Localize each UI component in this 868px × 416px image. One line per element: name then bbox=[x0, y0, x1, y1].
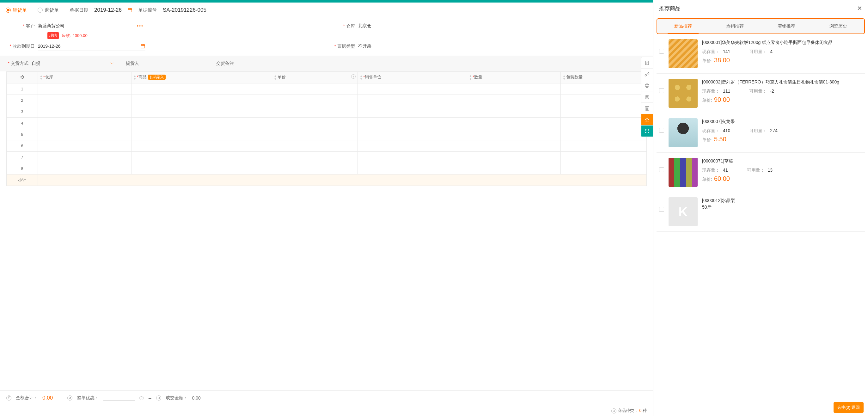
total-value: 0.00 bbox=[42, 395, 53, 401]
item-checkbox[interactable] bbox=[659, 207, 664, 212]
settle-badge: 现结 bbox=[48, 32, 59, 39]
table-row[interactable]: 5 bbox=[7, 129, 647, 140]
star-tool[interactable] bbox=[641, 114, 653, 126]
recommend-item[interactable]: [0000001]华美华夫软饼1200g 糕点零食小吃手撕面包早餐休闲食品 现存… bbox=[656, 34, 865, 74]
discount-input[interactable] bbox=[103, 395, 135, 401]
docno-label: 单据编号 bbox=[138, 7, 157, 13]
item-checkbox[interactable] bbox=[659, 128, 664, 133]
table-row[interactable]: 3 bbox=[7, 106, 647, 118]
sales-radio-label: 销货单 bbox=[13, 7, 27, 13]
expand-tool[interactable] bbox=[641, 126, 653, 137]
item-thumb bbox=[669, 39, 698, 68]
chevron-down-icon: ﹀ bbox=[110, 61, 114, 66]
paydate-input[interactable]: 2019-12-26 bbox=[38, 42, 146, 51]
item-thumb: K bbox=[669, 197, 698, 226]
help-icon[interactable]: ? bbox=[351, 74, 355, 79]
radio-icon bbox=[6, 8, 11, 13]
invoice-select[interactable]: 不开票 bbox=[358, 41, 466, 51]
table-row[interactable]: 7 bbox=[7, 152, 647, 163]
picker-input[interactable] bbox=[142, 62, 206, 65]
col-warehouse[interactable]: ▲▼仓库 bbox=[38, 72, 131, 84]
col-price[interactable]: ▲▼单价? bbox=[272, 72, 358, 84]
return-button[interactable]: 选中(0) 返回 bbox=[834, 402, 864, 413]
deal-value: 0.00 bbox=[192, 395, 201, 401]
items-table: ▲▼仓库 ▲▼商品扫码录入 ▲▼单价? ▲▼销售单位 ▲▼数量 ▲▼包装数量 1… bbox=[6, 71, 647, 186]
item-title: [00000071]草莓 bbox=[702, 158, 862, 164]
date-value[interactable]: 2019-12-26 bbox=[94, 7, 122, 13]
delivery-method-label: 交货方式 bbox=[6, 61, 32, 66]
note-tool[interactable] bbox=[641, 57, 653, 69]
remark-label: 交货备注 bbox=[215, 61, 237, 66]
panel-title: 推荐商品 bbox=[659, 5, 681, 12]
item-checkbox[interactable] bbox=[659, 49, 664, 54]
help-icon[interactable]: ? bbox=[140, 396, 144, 400]
item-title: [0000002]费列罗（FERRERO）巧克力礼盒装生日礼物礼盒装01-300… bbox=[702, 79, 862, 85]
recommend-item[interactable]: [0000007]火龙果 现存量：410 可用量：274 单价:5.50 bbox=[656, 113, 865, 153]
table-row[interactable]: 1 bbox=[7, 84, 647, 95]
paydate-label: 收款到期日 bbox=[6, 44, 38, 49]
customer-input[interactable]: 新盛商贸公司 ••• bbox=[38, 21, 146, 31]
currency-icon: ¥ bbox=[6, 395, 11, 401]
user-tool[interactable] bbox=[641, 91, 653, 103]
col-unit[interactable]: ▲▼销售单位 bbox=[358, 72, 467, 84]
col-product[interactable]: ▲▼商品扫码录入 bbox=[131, 72, 272, 84]
recommend-item[interactable]: [00000071]草莓 现存量：41 可用量：13 单价:60.00 bbox=[656, 153, 865, 192]
item-checkbox[interactable] bbox=[659, 167, 664, 172]
item-thumb bbox=[669, 158, 698, 187]
discount-icon: ⊘ bbox=[67, 395, 72, 401]
table-row[interactable]: 4 bbox=[7, 118, 647, 129]
currency-tool[interactable] bbox=[641, 103, 653, 114]
panel-tab-0[interactable]: 新品推荐 bbox=[657, 19, 709, 33]
customer-value: 新盛商贸公司 bbox=[38, 23, 64, 29]
picker-label: 提货人 bbox=[123, 61, 142, 66]
close-icon[interactable]: ✕ bbox=[857, 4, 862, 12]
radio-icon bbox=[38, 8, 43, 13]
delivery-method-select[interactable]: 自提 ﹀ bbox=[32, 59, 114, 68]
subtotal-label: 小计 bbox=[7, 174, 38, 186]
item-title: [0000007]火龙果 bbox=[702, 118, 862, 125]
link-tool[interactable] bbox=[641, 69, 653, 80]
table-row[interactable]: 2 bbox=[7, 95, 647, 106]
bottom-summary: ⊙ 商品种类： 0 种 bbox=[0, 405, 653, 416]
recommend-panel: 推荐商品 ✕ 新品推荐热销推荐滞销推荐浏览历史 [0000001]华美华夫软饼1… bbox=[653, 0, 868, 416]
warehouse-input[interactable]: 北京仓 bbox=[358, 21, 466, 31]
col-packqty[interactable]: ▲▼包装数量 bbox=[561, 72, 647, 84]
footer-totals: ¥ 金额合计： 0.00 — ⊘ 整单优惠： ? = ⊙ 成交金额： 0.00 bbox=[0, 390, 653, 405]
swap-tool[interactable] bbox=[641, 80, 653, 91]
minus-icon: — bbox=[57, 394, 63, 401]
invoice-label: 票据类型 bbox=[327, 44, 358, 49]
gear-icon bbox=[20, 75, 24, 79]
gear-column[interactable] bbox=[7, 72, 38, 84]
svg-point-5 bbox=[646, 96, 648, 97]
recommend-item[interactable]: K [0000012]水晶梨50斤 bbox=[656, 192, 865, 232]
item-thumb bbox=[669, 79, 698, 108]
col-qty[interactable]: ▲▼数量 bbox=[467, 72, 560, 84]
equals-icon: = bbox=[148, 394, 152, 401]
paydate-value: 2019-12-26 bbox=[38, 44, 61, 49]
customer-more-icon[interactable]: ••• bbox=[135, 23, 146, 28]
invoice-value: 不开票 bbox=[358, 43, 371, 49]
svg-rect-1 bbox=[141, 44, 145, 48]
item-checkbox[interactable] bbox=[659, 88, 664, 93]
calendar-icon[interactable] bbox=[141, 44, 146, 49]
svg-rect-0 bbox=[128, 8, 132, 12]
sales-radio[interactable]: 销货单 bbox=[6, 7, 27, 13]
panel-tab-2[interactable]: 滞销推荐 bbox=[761, 19, 813, 33]
date-label: 单据日期 bbox=[69, 7, 89, 13]
return-radio[interactable]: 退货单 bbox=[38, 7, 59, 13]
side-toolbar bbox=[641, 57, 653, 137]
scan-button[interactable]: 扫码录入 bbox=[148, 74, 166, 79]
warehouse-label: 仓库 bbox=[327, 23, 358, 29]
panel-tab-1[interactable]: 热销推荐 bbox=[709, 19, 761, 33]
recommend-item[interactable]: [0000002]费列罗（FERRERO）巧克力礼盒装生日礼物礼盒装01-300… bbox=[656, 74, 865, 113]
table-row[interactable]: 6 bbox=[7, 140, 647, 152]
item-title: [0000012]水晶梨50斤 bbox=[702, 197, 862, 211]
docno-value: SA-20191226-005 bbox=[163, 7, 207, 13]
table-row[interactable]: 8 bbox=[7, 163, 647, 174]
calendar-icon[interactable] bbox=[127, 8, 132, 13]
panel-tab-3[interactable]: 浏览历史 bbox=[812, 19, 864, 33]
item-title: [0000001]华美华夫软饼1200g 糕点零食小吃手撕面包早餐休闲食品 bbox=[702, 39, 862, 46]
item-thumb bbox=[669, 118, 698, 147]
kinds-icon: ⊙ bbox=[611, 408, 616, 413]
return-radio-label: 退货单 bbox=[44, 7, 59, 13]
